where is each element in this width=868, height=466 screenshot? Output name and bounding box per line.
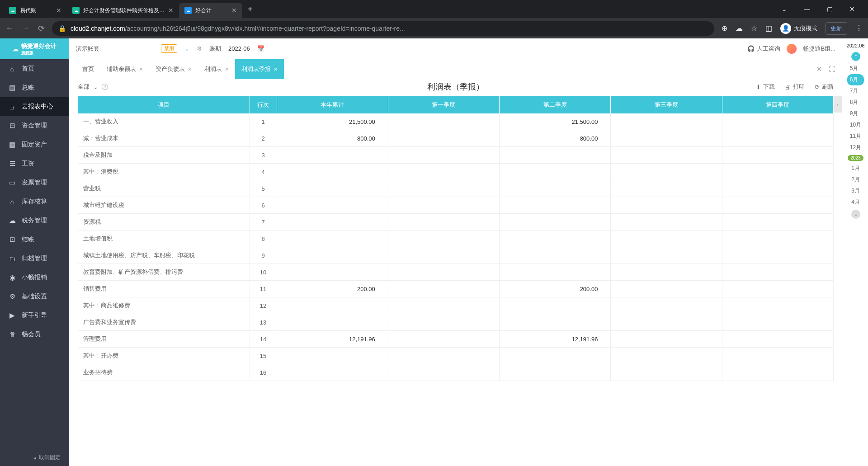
sidebar-item[interactable]: ♛畅会员 [0, 325, 69, 344]
table-cell: 800.00 [277, 130, 388, 147]
table-cell [277, 348, 388, 364]
close-icon[interactable]: ✕ [231, 7, 237, 14]
fullscreen-button[interactable]: ⛶ [829, 65, 835, 73]
month-button[interactable]: 8月 [847, 97, 864, 108]
month-button[interactable]: 2月 [849, 174, 863, 185]
chevron-down-icon[interactable]: ⌄ [184, 45, 189, 52]
sidebar-item[interactable]: 🗀归档管理 [0, 249, 69, 268]
table-cell [388, 314, 499, 331]
extension-icon[interactable]: ☁ [736, 24, 743, 33]
menu-icon[interactable]: ⋮ [855, 24, 863, 33]
sidebar-item[interactable]: ▤总账 [0, 78, 69, 97]
user-name[interactable]: 畅捷通B组... [803, 45, 835, 53]
nav-icon: ▦ [8, 141, 16, 149]
unpin-button[interactable]: ◂ 取消固定 [0, 449, 69, 466]
sidebar-item[interactable]: ◉小畅报销 [0, 268, 69, 287]
sidebar-item[interactable]: ▦固定资产 [0, 135, 69, 154]
table-row[interactable]: 其中：开办费15 [78, 348, 834, 364]
sidebar-item[interactable]: ⊟资金管理 [0, 116, 69, 135]
chevron-down-icon[interactable]: ⌄ [778, 5, 791, 13]
page-tab[interactable]: 利润表季报✕ [235, 59, 284, 79]
reload-button[interactable]: ⟳ [38, 24, 45, 33]
sidebar-item[interactable]: ☰工资 [0, 154, 69, 173]
puzzle-icon[interactable]: ◫ [765, 24, 772, 33]
month-button[interactable]: 5月 [847, 63, 864, 74]
refresh-button[interactable]: ⟳刷新 [815, 83, 834, 91]
nav-icon: ⩍ [8, 103, 16, 111]
month-button[interactable]: 10月 [847, 119, 864, 131]
calendar-icon[interactable]: 📅 [257, 45, 264, 52]
url-input[interactable]: 🔒 cloud2.chanjet.com/accounting/uh26t264… [52, 21, 714, 36]
month-button[interactable]: 11月 [847, 131, 864, 142]
table-cell: 12,191.96 [500, 331, 611, 348]
table-row[interactable]: 教育费附加、矿产资源补偿费、排污费10 [78, 264, 834, 281]
gear-icon[interactable]: ⚙ [197, 45, 202, 52]
table-row[interactable]: 城市维护建设税6 [78, 197, 834, 214]
close-icon[interactable]: ✕ [188, 66, 192, 72]
scroll-down-button[interactable]: ⌄ [851, 210, 860, 219]
table-row[interactable]: 资源税7 [78, 214, 834, 231]
scroll-right-button[interactable]: › [834, 96, 842, 113]
sidebar-item[interactable]: ⩍云报表中心 [0, 97, 69, 116]
star-icon[interactable]: ☆ [751, 24, 757, 33]
table-row[interactable]: 管理费用1412,191.9612,191.96 [78, 331, 834, 348]
table-row[interactable]: 广告费和业务宣传费13 [78, 314, 834, 331]
sidebar-item[interactable]: ⌂首页 [0, 59, 69, 78]
page-tab[interactable]: 辅助余额表✕ [100, 59, 149, 79]
zoom-icon[interactable]: ⊕ [722, 24, 727, 33]
close-icon[interactable]: ✕ [225, 66, 229, 72]
minimize-button[interactable]: ― [800, 5, 814, 13]
month-button[interactable]: 1月 [849, 163, 863, 174]
table-row[interactable]: 城镇土地使用税、房产税、车船税、印花税9 [78, 247, 834, 264]
forward-button[interactable]: → [22, 24, 30, 33]
close-window-button[interactable]: ✕ [845, 5, 859, 13]
support-link[interactable]: 🎧 人工咨询 [747, 45, 780, 53]
month-button[interactable]: 9月 [847, 108, 864, 119]
scroll-up-button[interactable]: ⌃ [851, 52, 860, 61]
table-row[interactable]: 业务招待费16 [78, 364, 834, 381]
sidebar-item[interactable]: ⊡结账 [0, 230, 69, 249]
page-tab[interactable]: 首页 [76, 59, 100, 79]
sidebar-item[interactable]: ⌂库存核算 [0, 192, 69, 211]
sidebar-item[interactable]: ▶新手引导 [0, 306, 69, 325]
month-button[interactable]: 3月 [849, 185, 863, 197]
close-icon[interactable]: ✕ [168, 7, 174, 14]
sidebar-item[interactable]: ☁税务管理 [0, 211, 69, 230]
table-row[interactable]: 其中：消费税4 [78, 164, 834, 180]
table-row[interactable]: 土地增值税8 [78, 231, 834, 247]
browser-tab[interactable]: ☁易代账✕ [4, 3, 67, 18]
table-row[interactable]: 减：营业成本2800.00800.00 [78, 130, 834, 147]
filter-dropdown[interactable]: 全部 ⌄ ? [78, 83, 108, 91]
table-cell [500, 264, 611, 281]
back-button[interactable]: ← [5, 24, 14, 33]
close-icon[interactable]: ✕ [139, 66, 143, 72]
new-tab-button[interactable]: + [242, 5, 258, 14]
browser-tab[interactable]: ☁好会计✕ [179, 3, 242, 18]
close-all-tabs-button[interactable]: ✕ [816, 65, 822, 73]
page-tab[interactable]: 资产负债表✕ [149, 59, 198, 79]
month-button[interactable]: 7月 [847, 85, 864, 97]
sidebar-item[interactable]: ⚙基础设置 [0, 287, 69, 306]
update-button[interactable]: 更新 [826, 22, 847, 35]
download-button[interactable]: ⬇下载 [756, 83, 775, 91]
avatar[interactable] [787, 44, 797, 54]
logo[interactable]: ☁ 畅捷通好会计 旗舰版 [0, 38, 69, 59]
month-button[interactable]: 4月 [849, 197, 863, 208]
table-row[interactable]: 销售费用11200.00200.00 [78, 281, 834, 297]
page-tab[interactable]: 利润表✕ [198, 59, 235, 79]
browser-tab[interactable]: ☁好会计财务管理软件购买价格及…✕ [67, 3, 179, 18]
table-row[interactable]: 税金及附加3 [78, 147, 834, 164]
print-button[interactable]: 🖨打印 [785, 83, 805, 91]
account-name[interactable]: 演示账套 [76, 45, 99, 53]
close-icon[interactable]: ✕ [274, 66, 278, 72]
help-icon[interactable]: ? [102, 84, 108, 90]
month-button[interactable]: 6月 [847, 74, 864, 85]
sidebar-item[interactable]: ▭发票管理 [0, 173, 69, 192]
table-row[interactable]: 营业税5 [78, 180, 834, 197]
maximize-button[interactable]: ▢ [823, 5, 836, 13]
table-row[interactable]: 一、营业收入121,500.0021,500.00 [78, 113, 834, 130]
close-icon[interactable]: ✕ [56, 7, 61, 14]
table-row[interactable]: 其中：商品维修费12 [78, 297, 834, 314]
month-button[interactable]: 12月 [847, 142, 864, 153]
period-value[interactable]: 2022-06 [228, 45, 250, 52]
